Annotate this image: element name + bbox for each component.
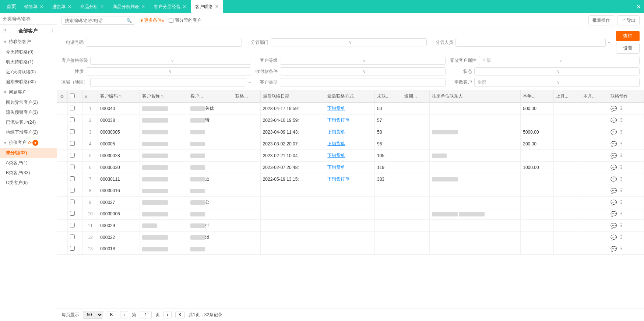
last-method-link[interactable]: 下销货单 [327,106,345,111]
sidebar-search-input[interactable] [3,16,57,21]
export-button[interactable]: ↗ 导出 [617,15,640,25]
nav-tab-analysis-list[interactable]: 商品分析列表 ✕ [108,0,149,13]
row-checkbox[interactable] [70,176,75,181]
td-check[interactable] [67,162,82,173]
td-check[interactable] [67,208,82,220]
last-method-link[interactable]: 下销售订单 [327,176,349,181]
action-chat-icon[interactable]: 💬 [610,188,617,194]
td-check[interactable] [67,150,82,162]
action-grid-icon[interactable]: ⠿ [619,165,623,170]
prev-page-button[interactable]: ‹ [120,311,128,318]
row-checkbox[interactable] [70,129,75,134]
reset-button[interactable]: 设置 [616,43,640,54]
action-chat-icon[interactable]: 💬 [610,211,617,217]
row-checkbox[interactable] [70,165,75,169]
action-grid-icon[interactable]: ⠿ [619,188,623,194]
action-chat-icon[interactable]: 💬 [610,234,617,240]
sidebar-item-class-c[interactable]: C类客户(6) [0,178,57,188]
sidebar-item-declining[interactable]: 持续下滑客户(2) [0,127,57,137]
td-check[interactable] [67,232,82,243]
td-check[interactable] [67,220,82,232]
nav-home[interactable]: 首页 [3,3,20,10]
next-page-button[interactable]: › [163,311,172,318]
sidebar-item-tomorrow[interactable]: 明天待联络(1) [0,57,57,67]
last-method-link[interactable]: 下销货单 [327,141,345,146]
action-chat-icon[interactable]: 💬 [610,141,617,147]
action-grid-icon[interactable]: ⠿ [619,141,623,147]
check-all[interactable] [70,94,75,98]
close-customer-seg-tab[interactable]: ✕ [183,4,186,9]
section-value[interactable]: ▼ 价值客户 ⟳ ● [0,137,57,148]
filter-area-dots[interactable]: ··· [247,80,251,85]
action-grid-icon[interactable]: ⠿ [619,211,623,217]
filter-search-box[interactable]: 🔍 [61,17,135,25]
section-problem[interactable]: ▼ 问题客户 [0,87,57,98]
filter-phone-input[interactable] [86,38,242,47]
action-chat-icon[interactable]: 💬 [610,117,617,123]
close-analysis-tab[interactable]: ✕ [100,4,104,9]
filter-person-input[interactable] [455,38,606,47]
action-chat-icon[interactable]: 💬 [610,176,617,182]
action-chat-icon[interactable]: 💬 [610,165,617,170]
action-grid-icon[interactable]: ⠿ [619,223,623,229]
action-grid-icon[interactable]: ⠿ [619,234,623,240]
sidebar-item-churned[interactable]: 已流失客户(24) [0,117,57,127]
page-input[interactable] [140,311,152,318]
action-grid-icon[interactable]: ⠿ [619,129,623,135]
action-chat-icon[interactable]: 💬 [610,246,617,252]
sidebar-item-overdue[interactable]: 逾期未联络(30) [0,77,57,87]
sidebar-item-today[interactable]: 今天待联络(0) [0,47,57,57]
filter-search-input[interactable] [65,18,126,23]
my-customers-checkbox[interactable] [169,18,173,23]
sidebar-item-abnormal[interactable]: 囤购异常客户(2) [0,98,57,107]
action-grid-icon[interactable]: ⠿ [619,153,623,159]
col-code[interactable]: 客户编码 [98,90,140,103]
col-name[interactable]: 客户名称 [140,90,188,103]
filter-dept-select[interactable]: ∨ [271,38,427,46]
more-conditions-button[interactable]: ▼ 更多条件 ∧ [140,17,164,24]
action-grid-icon[interactable]: ⠿ [619,117,623,123]
nav-tab-customer-contact[interactable]: 客户联络 ✕ [191,0,223,13]
row-checkbox[interactable] [70,200,75,204]
last-page-button[interactable]: K [175,311,185,318]
last-method-link[interactable]: 下销货单 [327,153,345,158]
filter-price-grade-select[interactable]: ∨ [90,57,251,65]
td-check[interactable] [67,138,82,150]
action-chat-icon[interactable]: 💬 [610,223,617,229]
filter-area-input[interactable] [90,78,245,87]
close-sales-tab[interactable]: ✕ [40,4,43,9]
sidebar-item-class-b[interactable]: B类客户(33) [0,168,57,178]
row-checkbox[interactable] [70,246,75,251]
row-checkbox[interactable] [70,211,75,216]
nav-tab-sales[interactable]: 销售单 ✕ [20,0,48,13]
nav-tab-analysis[interactable]: 商品分析 ✕ [76,0,108,13]
action-grid-icon[interactable]: ⠿ [619,176,623,182]
td-check[interactable] [67,243,82,255]
nav-tab-purchase[interactable]: 进货单 ✕ [48,0,76,13]
filter-status-select[interactable]: ∨ [474,67,640,75]
row-checkbox[interactable] [70,106,75,110]
action-chat-icon[interactable]: 💬 [610,106,617,112]
row-checkbox[interactable] [70,153,75,158]
row-checkbox[interactable] [70,141,75,146]
action-grid-icon[interactable]: ⠿ [619,106,623,112]
row-checkbox[interactable] [70,188,75,193]
td-check[interactable] [67,103,82,114]
close-customer-contact-tab[interactable]: ✕ [215,4,219,9]
filter-customer-type-input[interactable] [280,78,445,87]
action-chat-icon[interactable]: 💬 [610,200,617,205]
action-grid-icon[interactable]: ⠿ [619,200,623,205]
my-customers-filter[interactable]: 我分管的客户 [169,17,201,24]
action-chat-icon[interactable]: 💬 [610,129,617,135]
filter-nature-select[interactable]: ∨ [86,67,251,75]
close-purchase-tab[interactable]: ✕ [68,4,71,9]
query-button[interactable]: 查询 [616,31,640,41]
last-method-link[interactable]: 下销售订单 [327,117,349,123]
sidebar-item-class-a[interactable]: A类客户(1) [0,158,57,168]
col-settings[interactable]: ⚙ [57,90,67,103]
td-check[interactable] [67,126,82,138]
last-method-link[interactable]: 下销货单 [327,129,345,134]
filter-retail-customer-select[interactable]: 全部 ∨ [474,78,640,87]
sidebar-item-churn-warn[interactable]: 流失预警客户(3) [0,107,57,117]
section-pending[interactable]: ▼ 待联络客户 [0,36,57,47]
